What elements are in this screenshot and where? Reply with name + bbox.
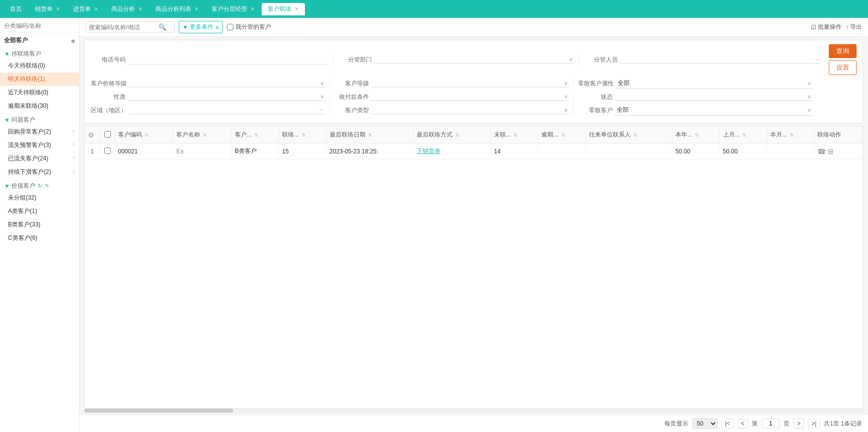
nav-product-analysis[interactable]: 商品分析 ✕ [105,3,148,15]
nav-close-product-analysis[interactable]: ✕ [138,6,143,12]
filter-divider-3 [330,78,330,88]
row-checkbox[interactable] [104,147,111,154]
col-unreached-header[interactable]: 未联... ⇅ [491,127,538,144]
value-refresh-icon[interactable]: ↻ [38,183,42,189]
row-action: ☎ ⊞ [814,144,863,159]
col-last-date-header[interactable]: 最后联络日期 ⇅ [326,127,414,144]
filter-payment-select[interactable]: ∨ [371,93,569,101]
nav-sales-order[interactable]: 销货单 ✕ [29,3,66,15]
col-unit-contact-header[interactable]: 往来单位联系人 ⇅ [585,127,672,144]
sidebar-item-churn-warning[interactable]: 流失预警客户(3) ? [0,139,79,152]
nav-close-customer-contact[interactable]: ✕ [294,6,299,12]
type-sort-icon: ⇅ [254,132,258,138]
filter-customer-type-select[interactable]: ∨ [371,106,569,114]
my-customers-checkbox-label[interactable]: 我分管的客户 [227,23,271,31]
filter-person-select[interactable]: ··· [620,56,821,64]
content-area: 🔍 ▼ 更多条件 ∧ 我分管的客户 ☑ 批量操作 ↑ 导出 [79,18,868,432]
main-search-input[interactable] [89,24,158,31]
filter-retail-attr-select[interactable]: 全部 ∨ [616,78,813,89]
total-label: 共1页 1条记录 [824,420,862,428]
last-method-link[interactable]: 下销货单 [417,147,440,154]
filter-customer-level-select[interactable]: ∨ [371,79,569,87]
export-btn[interactable]: ↑ 导出 [846,23,862,31]
filter-retail-customer-select[interactable]: 全部 ∨ [615,105,813,116]
nav-customer-segment[interactable]: 客户分层经营 ✕ [206,3,261,15]
col-contact-header[interactable]: 联络... ⇅ [279,127,326,144]
my-customers-checkbox[interactable] [227,24,233,30]
sidebar-item-7day-pending[interactable]: 近7天待联络(0) [0,86,79,99]
horizontal-scrollbar[interactable] [84,409,863,413]
col-this-month-header[interactable]: 本月... ⇅ [767,127,814,144]
sidebar-item-declining[interactable]: 持续下滑客户(2) ? [0,165,79,179]
filter-divider-5 [330,92,330,102]
scroll-thumb[interactable] [84,409,233,413]
col-overdue-header[interactable]: 逾期... ⇅ [538,127,585,144]
filter-retail-attr-field: 零散客户属性 全部 ∨ [578,78,813,89]
filter-icon: ▼ [182,24,188,31]
sidebar-item-abnormal-repurchase[interactable]: 回购异常客户(2) ? [0,125,79,139]
filter-dept-label: 分管部门 [337,56,372,64]
page-size-select[interactable]: 50 100 200 [692,418,718,429]
last-page-btn[interactable]: >| [808,419,820,429]
col-name-header[interactable]: 客户名称 ⇅ [173,127,232,144]
filter-nature-select[interactable]: ∨ [128,93,326,101]
sidebar-item-class-b[interactable]: B类客户(33) [0,218,79,231]
sidebar-item-class-c[interactable]: C类客户(6) [0,231,79,245]
nav-close-purchase-order[interactable]: ✕ [94,6,98,12]
col-code-header[interactable]: 客户编码 ⇅ [115,127,173,144]
sidebar-collapse-icon[interactable]: « [71,37,75,45]
table-row: 1 000021 Ea B类客户 15 2023-05-23 18:25: 下销… [85,144,863,159]
col-last-month-header[interactable]: 上月... ⇅ [720,127,767,144]
next-page-btn[interactable]: > [794,419,804,429]
more-filter-btn[interactable]: ▼ 更多条件 ∧ [179,21,223,33]
main-search-box[interactable]: 🔍 [85,21,175,33]
col-last-method-header[interactable]: 最后联络方式 ⇅ [414,127,491,144]
prev-page-btn[interactable]: < [737,419,748,429]
action-qr-icon[interactable]: ⊞ [828,147,834,155]
value-edit-icon[interactable]: ✎ [45,183,49,189]
row-this-month [767,144,814,159]
filter-payment-label: 收付款条件 [334,93,369,101]
settings-btn[interactable]: 设置 [829,60,857,75]
nav-close-customer-segment[interactable]: ✕ [250,6,255,12]
select-all-checkbox[interactable] [104,131,111,138]
nav-close-product-analysis-list[interactable]: ✕ [194,6,199,12]
sidebar-item-today-pending[interactable]: 今天待联络(0) [0,59,79,72]
query-btn[interactable]: 查询 [829,44,857,58]
filter-row-3: 性质 ∨ 收付款条件 ∨ 状态 [91,92,857,102]
sidebar-item-overdue-pending[interactable]: 逾期未联络(30) [0,99,79,113]
col-settings: ⚙ [85,127,100,144]
batch-operation-btn[interactable]: ☑ 批量操作 [811,23,842,31]
filter-price-level-select[interactable]: ∨ [129,79,326,87]
sidebar-item-ungrouped[interactable]: 未分组(32) [0,191,79,205]
col-this-year-header[interactable]: 本年... ⇅ [672,127,720,144]
filter-status-select[interactable]: ∨ [615,93,813,101]
nav-product-analysis-list[interactable]: 商品分析列表 ✕ [149,3,205,15]
help-icon-abnormal: ? [72,129,75,135]
filter-region-select[interactable]: ··· [129,106,326,114]
export-icon: ↑ [846,24,849,31]
filter-dept-select[interactable]: ∨ [374,56,575,64]
first-page-btn[interactable]: |< [722,419,733,429]
filter-phone-input[interactable] [128,55,329,65]
sidebar-search-input[interactable] [4,22,78,29]
person-chevron-icon: ··· [815,57,819,62]
filter-customer-type-field: 客户类型 ∨ [334,106,569,115]
customer-level-chevron-icon: ∨ [564,80,568,86]
nav-home[interactable]: 首页 [4,3,28,15]
sidebar-all-customers-header[interactable]: 全部客户 « [0,32,79,47]
nav-customer-contact[interactable]: 客户联络 ✕ [262,3,305,15]
page-number-input[interactable] [762,419,780,429]
col-type-header[interactable]: 客户... ⇅ [231,127,279,144]
table-settings-icon[interactable]: ⚙ [88,131,94,139]
action-phone-icon[interactable]: ☎ [817,147,826,155]
sidebar-item-class-a[interactable]: A类客户(1) [0,205,79,218]
sidebar-item-tomorrow-pending[interactable]: 明天待联络(1) [0,72,79,86]
sidebar-item-churned[interactable]: 已流失客户(24) ? [0,152,79,165]
col-type-label: 客户... [235,131,252,138]
row-last-method[interactable]: 下销货单 [414,144,491,159]
main-search-icon[interactable]: 🔍 [158,23,166,31]
nav-close-sales-order[interactable]: ✕ [56,6,60,12]
nav-purchase-order[interactable]: 进货单 ✕ [67,3,104,15]
unreached-sort-icon: ⇅ [513,132,517,138]
